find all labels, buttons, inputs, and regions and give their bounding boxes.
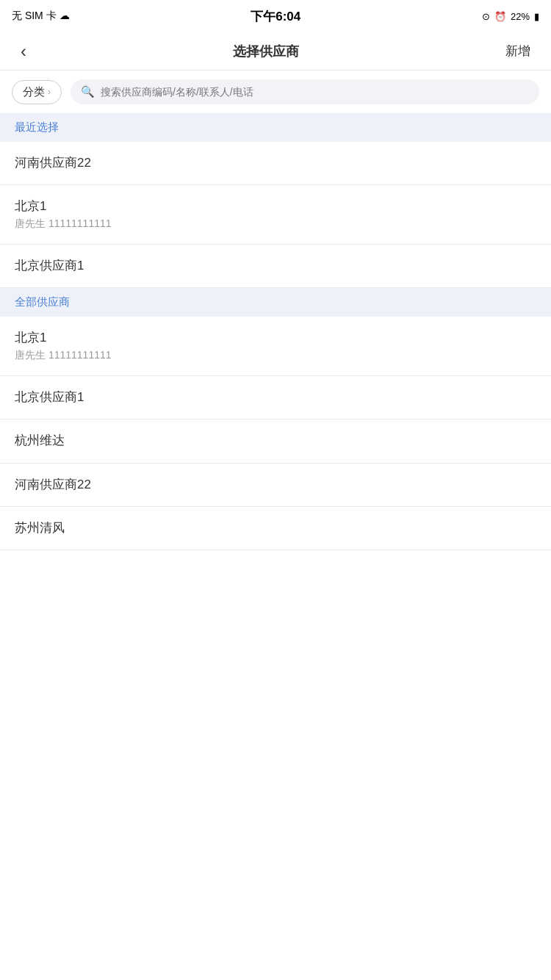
item-name: 北京供应商1 <box>15 258 536 274</box>
list-item[interactable]: 河南供应商22 <box>0 142 551 185</box>
list-item[interactable]: 苏州清风 <box>0 507 551 550</box>
nav-bar: ‹ 选择供应商 新增 <box>0 32 551 71</box>
item-name: 河南供应商22 <box>15 477 536 493</box>
status-right: ⊙ ⏰ 22% ▮ <box>482 11 539 22</box>
list-item[interactable]: 北京供应商1 <box>0 376 551 419</box>
recent-list: 河南供应商22北京1唐先生 11111111111北京供应商1 <box>0 142 551 288</box>
battery-level: 22% <box>511 11 530 22</box>
alarm-icon: ⏰ <box>494 11 506 22</box>
recent-section-header: 最近选择 <box>0 113 551 142</box>
search-input[interactable] <box>101 86 529 98</box>
status-left: 无 SIM 卡 ☁ <box>12 10 70 23</box>
filter-bar: 分类 › 🔍 <box>0 71 551 113</box>
list-item[interactable]: 北京供应商1 <box>0 245 551 288</box>
list-item[interactable]: 河南供应商22 <box>0 464 551 507</box>
item-name: 河南供应商22 <box>15 155 536 171</box>
all-section-header: 全部供应商 <box>0 288 551 317</box>
item-name: 北京1 <box>15 198 536 215</box>
item-name: 苏州清风 <box>15 520 536 536</box>
item-sub: 唐先生 11111111111 <box>15 217 536 231</box>
all-list: 北京1唐先生 11111111111北京供应商1杭州维达河南供应商22苏州清风 <box>0 317 551 550</box>
category-label: 分类 <box>23 85 45 99</box>
item-name: 北京1 <box>15 330 536 346</box>
item-name: 杭州维达 <box>15 433 536 449</box>
item-name: 北京供应商1 <box>15 389 536 406</box>
add-button[interactable]: 新增 <box>500 37 536 65</box>
battery-icon: ▮ <box>534 11 539 22</box>
chevron-right-icon: › <box>48 87 51 97</box>
list-item[interactable]: 北京1唐先生 11111111111 <box>0 317 551 376</box>
search-box[interactable]: 🔍 <box>71 79 539 104</box>
status-bar: 无 SIM 卡 ☁ 下午6:04 ⊙ ⏰ 22% ▮ <box>0 0 551 32</box>
search-icon: 🔍 <box>81 85 95 98</box>
list-item[interactable]: 杭州维达 <box>0 419 551 463</box>
page-title: 选择供应商 <box>233 43 299 60</box>
back-button[interactable]: ‹ <box>15 35 32 68</box>
all-section-label: 全部供应商 <box>15 295 70 308</box>
item-sub: 唐先生 11111111111 <box>15 349 536 362</box>
list-item[interactable]: 北京1唐先生 11111111111 <box>0 185 551 245</box>
category-button[interactable]: 分类 › <box>12 80 62 104</box>
location-icon: ⊙ <box>482 11 490 22</box>
recent-section-label: 最近选择 <box>15 120 59 133</box>
status-time: 下午6:04 <box>251 8 300 25</box>
